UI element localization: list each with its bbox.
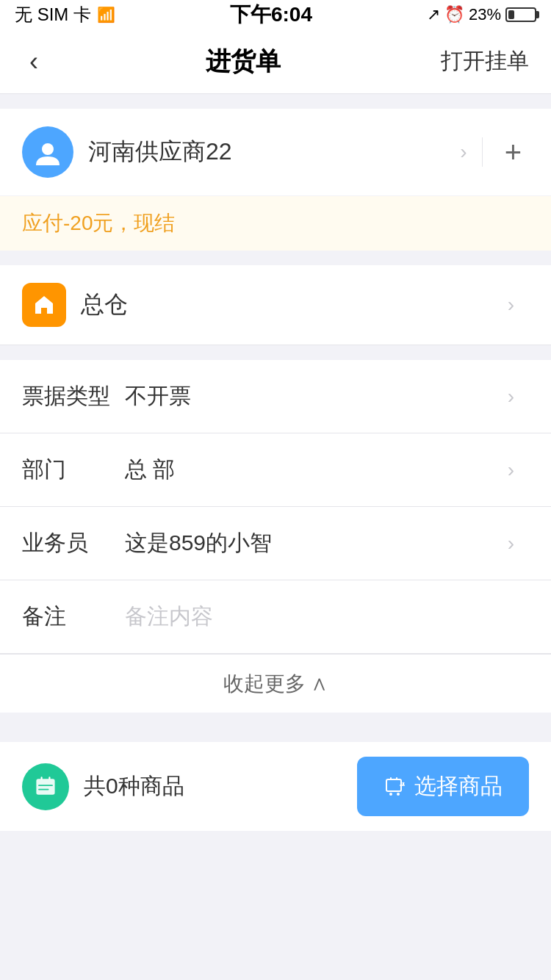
department-row[interactable]: 部门 总 部 › xyxy=(0,433,551,507)
remark-input[interactable]: 备注内容 xyxy=(125,602,529,632)
cart-icon xyxy=(383,775,407,799)
nav-bar: ‹ 进货单 打开挂单 xyxy=(0,29,551,94)
section-gap-1 xyxy=(0,94,551,109)
warehouse-section: 总仓 › xyxy=(0,265,551,345)
warehouse-row[interactable]: 总仓 › xyxy=(0,265,551,345)
department-value: 总 部 xyxy=(125,455,508,485)
warehouse-name: 总仓 xyxy=(81,289,508,321)
section-gap-3 xyxy=(0,345,551,360)
remark-label: 备注 xyxy=(22,602,125,632)
department-label: 部门 xyxy=(22,455,125,485)
warehouse-icon xyxy=(22,283,66,327)
supplier-avatar xyxy=(22,126,73,178)
svg-point-4 xyxy=(397,793,400,796)
status-left: 无 SIM 卡 📶 xyxy=(15,3,115,26)
product-count: 共0种商品 xyxy=(84,771,342,801)
supplier-name: 河南供应商22 xyxy=(88,136,460,168)
department-chevron: › xyxy=(508,458,514,482)
status-time: 下午6:04 xyxy=(230,1,312,29)
product-icon xyxy=(22,763,69,810)
wifi-icon: 📶 xyxy=(97,6,115,24)
invoice-type-row[interactable]: 票据类型 不开票 › xyxy=(0,360,551,433)
back-button[interactable]: ‹ xyxy=(22,39,46,84)
open-pending-button[interactable]: 打开挂单 xyxy=(441,46,529,76)
svg-point-3 xyxy=(389,793,392,796)
notice-text: 应付-20元，现结 xyxy=(22,212,175,234)
status-bar: 无 SIM 卡 📶 下午6:04 ↗ ⏰ 23% xyxy=(0,0,551,29)
warehouse-chevron-icon: › xyxy=(508,293,514,317)
bottom-bar: 共0种商品 选择商品 xyxy=(0,742,551,831)
collapse-row[interactable]: 收起更多 ∧ xyxy=(0,654,551,713)
svg-rect-2 xyxy=(386,779,401,791)
vertical-divider xyxy=(482,137,483,167)
supplier-row[interactable]: 河南供应商22 › + xyxy=(0,109,551,196)
form-section: 票据类型 不开票 › 部门 总 部 › 业务员 这是859的小智 › 备注 备注… xyxy=(0,360,551,713)
salesperson-value: 这是859的小智 xyxy=(125,528,508,558)
alarm-icon: ⏰ xyxy=(444,5,464,24)
battery-pct: 23% xyxy=(469,5,501,24)
invoice-type-label: 票据类型 xyxy=(22,381,125,411)
supplier-chevron-icon: › xyxy=(460,140,467,164)
no-sim-text: 无 SIM 卡 xyxy=(15,3,91,26)
status-right: ↗ ⏰ 23% xyxy=(427,5,536,24)
collapse-label: 收起更多 ∧ xyxy=(223,670,328,698)
invoice-type-chevron: › xyxy=(508,385,514,408)
section-gap-4 xyxy=(0,713,551,727)
salesperson-chevron: › xyxy=(508,532,514,555)
notice-banner: 应付-20元，现结 xyxy=(0,196,551,251)
location-icon: ↗ xyxy=(427,5,440,24)
invoice-type-value: 不开票 xyxy=(125,381,508,411)
svg-rect-1 xyxy=(36,779,54,795)
select-product-label: 选择商品 xyxy=(414,771,503,801)
svg-point-0 xyxy=(42,143,54,155)
supplier-section: 河南供应商22 › + 应付-20元，现结 xyxy=(0,109,551,251)
select-product-button[interactable]: 选择商品 xyxy=(357,757,529,816)
battery-icon xyxy=(505,7,536,22)
salesperson-row[interactable]: 业务员 这是859的小智 › xyxy=(0,507,551,580)
add-supplier-button[interactable]: + xyxy=(497,133,529,172)
section-gap-2 xyxy=(0,251,551,265)
page-title: 进货单 xyxy=(206,45,281,79)
salesperson-label: 业务员 xyxy=(22,528,125,558)
remark-row[interactable]: 备注 备注内容 xyxy=(0,580,551,654)
